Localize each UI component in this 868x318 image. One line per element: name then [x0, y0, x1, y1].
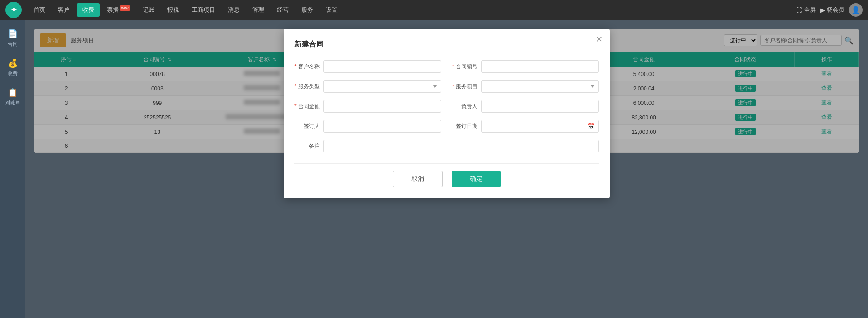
nav-tax[interactable]: 报税	[162, 3, 184, 17]
notes-input[interactable]	[323, 140, 599, 152]
form-field-notes: 备注	[294, 140, 599, 152]
sidebar-item-contract[interactable]: 📄 合同	[0, 24, 25, 52]
nav-customer[interactable]: 客户	[53, 3, 75, 17]
form-field-contract-no: 合同编号	[452, 60, 599, 73]
nav-business[interactable]: 工商项目	[186, 3, 221, 17]
avatar-icon: 👤	[851, 6, 860, 14]
main-layout: 📄 合同 💰 收费 📋 对账单 新增 服务项目 进行中 已完成 全部	[0, 20, 868, 318]
sign-date-label: 签订日期	[452, 123, 477, 130]
sidebar-item-billing[interactable]: 💰 收费	[0, 54, 25, 81]
form-field-signer: 签订人	[294, 120, 441, 133]
fullscreen-button[interactable]: ⛶ 全屏	[796, 6, 816, 14]
member-button[interactable]: ▶ 畅会员	[820, 6, 844, 14]
nav-operation[interactable]: 经营	[271, 3, 294, 17]
sidebar-item-billing-label: 收费	[8, 70, 18, 77]
nav-badge-new: new	[120, 5, 130, 11]
new-contract-modal: 新建合同 ✕ 客户名称 合同编号 服务类型	[284, 29, 610, 198]
top-nav: ✦ 首页 客户 收费 票据new 记账 报税 工商项目 消息 管理 经营 服务 …	[0, 0, 868, 20]
customer-name-label: 客户名称	[294, 63, 320, 71]
signer-input[interactable]	[323, 120, 441, 133]
service-item-label: 服务项目	[452, 83, 477, 90]
date-wrapper: 2023-06-06 📅	[481, 120, 599, 133]
nav-manage[interactable]: 管理	[247, 3, 270, 17]
sidebar-item-reconciliation-label: 对账单	[5, 100, 20, 106]
sign-date-input[interactable]: 2023-06-06	[482, 120, 583, 132]
contract-amount-label: 合同金额	[294, 103, 320, 110]
nav-settings[interactable]: 设置	[320, 3, 343, 17]
modal-overlay: 新建合同 ✕ 客户名称 合同编号 服务类型	[25, 20, 868, 318]
sidebar: 📄 合同 💰 收费 📋 对账单	[0, 20, 25, 318]
contract-no-input[interactable]	[481, 60, 599, 73]
form-field-sign-date: 签订日期 2023-06-06 📅	[452, 120, 599, 133]
contract-amount-input[interactable]: 0.00	[323, 100, 441, 113]
top-nav-right: ⛶ 全屏 ▶ 畅会员 👤	[796, 3, 863, 17]
form-field-service-type: 服务类型	[294, 80, 441, 93]
signer-label: 签订人	[294, 123, 320, 130]
nav-invoice[interactable]: 票据new	[101, 3, 135, 17]
nav-records[interactable]: 记账	[137, 3, 160, 17]
notes-label: 备注	[294, 142, 320, 150]
nav-billing[interactable]: 收费	[77, 3, 100, 17]
service-type-label: 服务类型	[294, 83, 320, 90]
play-icon: ▶	[820, 7, 825, 14]
calendar-icon[interactable]: 📅	[583, 123, 598, 130]
service-type-select[interactable]	[323, 80, 441, 93]
modal-title: 新建合同	[294, 40, 599, 49]
contract-no-label: 合同编号	[452, 63, 477, 71]
confirm-button[interactable]: 确定	[452, 171, 501, 187]
cancel-button[interactable]: 取消	[393, 171, 443, 187]
customer-name-input[interactable]	[323, 60, 441, 73]
billing-icon: 💰	[8, 58, 18, 68]
reconciliation-icon: 📋	[8, 88, 18, 98]
nav-home[interactable]: 首页	[28, 3, 51, 17]
responsible-input[interactable]	[481, 100, 599, 113]
form-field-service-item: 服务项目	[452, 80, 599, 93]
nav-service[interactable]: 服务	[296, 3, 318, 17]
contract-icon: 📄	[8, 29, 18, 39]
nav-message[interactable]: 消息	[222, 3, 245, 17]
fullscreen-icon: ⛶	[796, 7, 802, 14]
modal-close-button[interactable]: ✕	[596, 34, 603, 44]
content-area: 新增 服务项目 进行中 已完成 全部 🔍 序号 合同编号	[25, 20, 868, 318]
user-avatar[interactable]: 👤	[849, 3, 863, 17]
app-logo: ✦	[5, 2, 22, 18]
sidebar-item-contract-label: 合同	[8, 41, 18, 47]
sidebar-item-reconciliation[interactable]: 📋 对账单	[0, 83, 25, 111]
form-field-amount: 合同金额 0.00	[294, 100, 441, 113]
form-field-customer: 客户名称	[294, 60, 441, 73]
form-grid: 客户名称 合同编号 服务类型 服务项目	[294, 60, 599, 152]
form-field-responsible: 负责人	[452, 100, 599, 113]
modal-footer: 取消 确定	[294, 163, 599, 187]
service-item-select[interactable]	[481, 80, 599, 93]
responsible-label: 负责人	[452, 103, 477, 110]
